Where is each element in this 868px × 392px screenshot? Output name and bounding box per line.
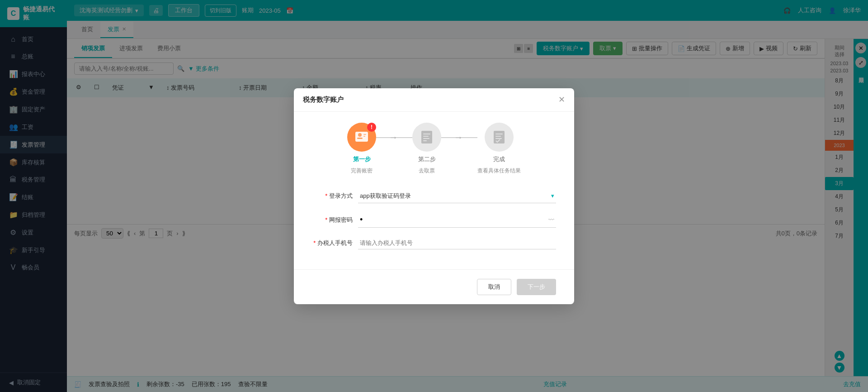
svg-rect-10 [494, 131, 505, 143]
login-method-row: * 登录方式 app获取验证码登录 ▾ [312, 189, 556, 203]
svg-rect-2 [357, 138, 363, 139]
required-mark: * [325, 192, 327, 199]
tax-digital-modal: 税务数字账户 ✕ ! [294, 88, 574, 304]
svg-rect-9 [423, 140, 427, 141]
step2-desc: 去取票 [419, 167, 435, 175]
svg-point-1 [358, 133, 362, 137]
modal-body: ! 第一步 完善账密 → [294, 112, 574, 269]
phone-field [358, 237, 556, 249]
modal-overlay: 税务数字账户 ✕ ! [0, 0, 868, 392]
step1-badge: ! [367, 123, 376, 132]
login-method-label: * 登录方式 [312, 192, 353, 200]
svg-rect-7 [423, 136, 429, 137]
svg-rect-5 [421, 131, 432, 143]
modal-title: 税务数字账户 [303, 96, 344, 104]
step1-svg [354, 129, 370, 145]
step3-icon [485, 123, 514, 152]
svg-rect-4 [363, 136, 365, 137]
step-3: 完成 查看具体任务结果 [477, 123, 521, 175]
step-connector-1: → [376, 137, 412, 138]
password-row: * 网报密码 〰 [312, 212, 556, 228]
phone-label: * 办税人手机号 [312, 239, 353, 247]
step2-label: 第二步 [418, 155, 436, 163]
required-mark: * [313, 239, 316, 246]
next-button[interactable]: 下一步 [517, 279, 556, 295]
step3-svg [491, 129, 507, 145]
phone-row: * 办税人手机号 [312, 237, 556, 249]
step1-icon: ! [347, 123, 376, 152]
step-connector-2: → [441, 137, 477, 138]
svg-rect-8 [423, 138, 429, 139]
step2-icon [412, 123, 441, 152]
login-method-value: app获取验证码登录 [360, 192, 411, 200]
svg-rect-6 [423, 134, 430, 134]
step3-label: 完成 [493, 155, 505, 163]
step1-desc: 完善账密 [351, 167, 373, 175]
svg-rect-12 [495, 136, 501, 137]
login-method-select[interactable]: app获取验证码登录 ▾ [358, 189, 556, 203]
modal-header: 税务数字账户 ✕ [294, 88, 574, 112]
required-mark: * [325, 216, 327, 223]
dropdown-chevron-icon: ▾ [551, 192, 554, 199]
step3-desc: 查看具体任务结果 [477, 167, 521, 175]
steps-indicator: ! 第一步 完善账密 → [312, 123, 556, 175]
eye-icon[interactable]: 〰 [548, 216, 554, 223]
phone-input[interactable] [358, 237, 556, 249]
cancel-button[interactable]: 取消 [477, 279, 511, 295]
svg-rect-0 [355, 132, 368, 142]
svg-rect-11 [495, 134, 503, 134]
password-field: 〰 [358, 212, 556, 228]
step-2: 第二步 去取票 [412, 123, 441, 175]
modal-close-button[interactable]: ✕ [558, 96, 565, 104]
step1-label: 第一步 [353, 155, 371, 163]
step2-svg [419, 129, 435, 145]
password-input[interactable] [360, 215, 548, 225]
svg-rect-3 [363, 134, 366, 135]
password-label: * 网报密码 [312, 216, 353, 224]
modal-footer: 取消 下一步 [294, 269, 574, 304]
svg-rect-13 [495, 138, 502, 139]
step-1: ! 第一步 完善账密 [347, 123, 376, 175]
